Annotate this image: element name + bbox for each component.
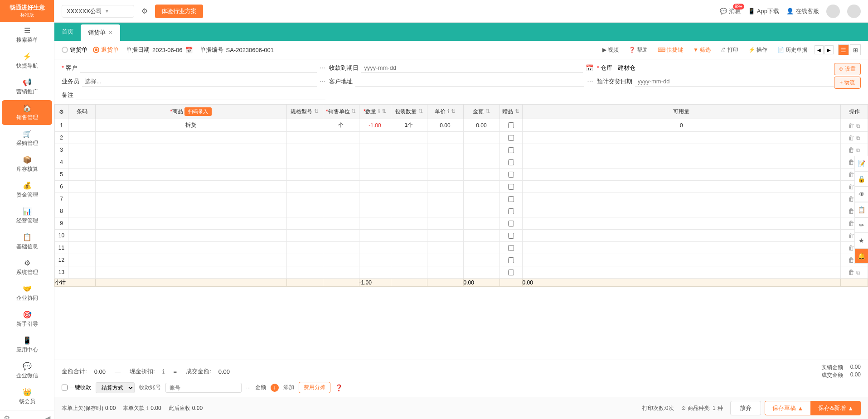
tab-sales[interactable]: 销货单 ✕	[81, 24, 120, 41]
cell-qty[interactable]	[359, 169, 391, 181]
cell-gift[interactable]	[499, 132, 522, 144]
cell-spec[interactable]	[286, 230, 323, 242]
cell-price[interactable]	[427, 230, 463, 242]
cell-amount[interactable]: 0.00	[463, 119, 499, 132]
cell-unit[interactable]	[323, 230, 359, 242]
cell-unit[interactable]	[323, 205, 359, 217]
cell-qty[interactable]	[359, 144, 391, 156]
float-btn-1[interactable]: 📝	[854, 156, 868, 171]
cell-barcode[interactable]	[68, 205, 96, 217]
sidebar-item-marketing[interactable]: 📢 营销推广	[2, 74, 52, 99]
cell-unit[interactable]	[323, 266, 359, 279]
discount-info-icon[interactable]: ℹ	[162, 368, 165, 375]
sidebar-item-operations[interactable]: 📊 经营管理	[2, 203, 52, 228]
cell-pack-qty[interactable]	[391, 181, 427, 193]
operation-btn[interactable]: ⚡ 操作	[746, 45, 770, 55]
cell-price[interactable]	[427, 181, 463, 193]
cell-product[interactable]	[96, 217, 287, 230]
gift-checkbox[interactable]	[508, 245, 514, 251]
copy-row-btn[interactable]: ⧉	[856, 123, 860, 129]
delete-row-btn[interactable]: 🗑	[848, 256, 854, 264]
cell-gift[interactable]	[499, 242, 522, 254]
delete-row-btn[interactable]: 🗑	[848, 244, 854, 251]
cell-pack-qty[interactable]	[391, 242, 427, 254]
next-btn[interactable]: ▶	[824, 45, 834, 54]
cell-spec[interactable]	[286, 217, 323, 230]
scan-button[interactable]: 扫码录入	[184, 107, 212, 116]
cell-amount[interactable]	[463, 254, 499, 266]
cell-amount[interactable]	[463, 144, 499, 156]
gift-checkbox[interactable]	[508, 257, 514, 263]
cell-amount[interactable]	[463, 193, 499, 205]
cell-product[interactable]	[96, 242, 287, 254]
delete-row-btn[interactable]: 🗑	[848, 171, 854, 178]
sidebar-item-purchase-mgmt[interactable]: 🛒 采购管理	[2, 126, 52, 151]
barcode-input[interactable]	[70, 171, 93, 178]
cell-amount[interactable]	[463, 217, 499, 230]
cell-product[interactable]: 拆货	[96, 119, 287, 132]
float-btn-4[interactable]: 📋	[854, 202, 868, 217]
gift-checkbox[interactable]	[508, 122, 514, 128]
cell-price[interactable]	[427, 217, 463, 230]
cell-qty[interactable]	[359, 242, 391, 254]
cell-pack-qty[interactable]	[391, 254, 427, 266]
help-btn[interactable]: ❓ 帮助	[626, 45, 650, 55]
cell-gift[interactable]	[499, 119, 522, 132]
cell-spec[interactable]	[286, 144, 323, 156]
cell-gift[interactable]	[499, 144, 522, 156]
cell-pack-qty[interactable]	[391, 169, 427, 181]
customer-dots-icon[interactable]: ···	[320, 64, 325, 72]
cell-unit[interactable]: 个	[323, 119, 359, 132]
delete-row-btn[interactable]: 🗑	[848, 159, 854, 166]
logistics-btn[interactable]: + 物流	[834, 77, 861, 89]
cell-spec[interactable]	[286, 193, 323, 205]
cell-gift[interactable]	[499, 156, 522, 169]
cell-amount[interactable]	[463, 132, 499, 144]
barcode-input[interactable]	[70, 122, 93, 129]
sidebar-item-wecom[interactable]: 💬 企业微信	[2, 358, 52, 383]
cell-pack-qty[interactable]	[391, 193, 427, 205]
gift-checkbox[interactable]	[508, 233, 514, 239]
cell-pack-qty[interactable]	[391, 266, 427, 279]
sidebar-item-system[interactable]: ⚙ 系统管理	[2, 255, 52, 280]
delete-row-btn[interactable]: 🗑	[848, 207, 854, 215]
cell-spec[interactable]	[286, 156, 323, 169]
cell-qty[interactable]: -1.00	[359, 119, 391, 132]
customer-address-input[interactable]	[355, 77, 584, 87]
remark-input[interactable]	[76, 90, 325, 100]
cell-product[interactable]	[96, 254, 287, 266]
gift-checkbox[interactable]	[508, 208, 514, 214]
sidebar-item-guide[interactable]: 🎯 新手引导	[2, 307, 52, 332]
sidebar-item-finance[interactable]: 💰 资金管理	[2, 178, 52, 202]
cell-gift[interactable]	[499, 181, 522, 193]
cell-amount[interactable]	[463, 230, 499, 242]
gift-checkbox[interactable]	[508, 270, 514, 275]
cell-barcode[interactable]	[68, 242, 96, 254]
radio-return-order[interactable]: 退货单	[93, 46, 119, 54]
cell-gift[interactable]	[499, 169, 522, 181]
shortcut-btn[interactable]: ⌨ 快捷键	[655, 45, 686, 55]
col-settings[interactable]: ⚙	[55, 105, 68, 119]
tab-close-icon[interactable]: ✕	[108, 29, 113, 36]
float-btn-6[interactable]: ★	[854, 233, 868, 248]
cell-price[interactable]	[427, 205, 463, 217]
cell-gift[interactable]	[499, 230, 522, 242]
sidebar-item-member[interactable]: 👑 畅会员	[2, 384, 52, 409]
barcode-input[interactable]	[70, 220, 93, 226]
gift-checkbox[interactable]	[508, 172, 514, 178]
cell-spec[interactable]	[286, 119, 323, 132]
cell-price[interactable]	[427, 193, 463, 205]
staff-dots-icon[interactable]: ···	[320, 77, 325, 86]
cell-barcode[interactable]	[68, 217, 96, 230]
app-download-button[interactable]: 📱 App下载	[748, 7, 779, 15]
barcode-input[interactable]	[70, 232, 93, 239]
abandon-button[interactable]: 放弃	[730, 401, 761, 415]
cell-barcode[interactable]	[68, 144, 96, 156]
cell-amount[interactable]	[463, 266, 499, 279]
cell-spec[interactable]	[286, 254, 323, 266]
cell-barcode[interactable]	[68, 169, 96, 181]
cell-price[interactable]	[427, 242, 463, 254]
debit-info-icon[interactable]: ℹ	[146, 405, 149, 411]
barcode-input[interactable]	[70, 135, 93, 141]
cell-unit[interactable]	[323, 254, 359, 266]
